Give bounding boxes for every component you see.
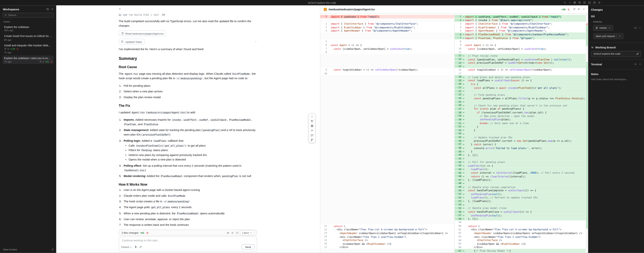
view-archive[interactable]: View Archive 0 <box>3 248 53 251</box>
drag-handle-icon[interactable] <box>310 115 313 118</box>
code-text: const toggleSidebar = () => setSidebarOp… <box>465 68 588 71</box>
plus-icon[interactable] <box>51 8 53 10</box>
layout-left-icon[interactable] <box>583 1 586 4</box>
latest-selector[interactable]: Latest <box>240 230 254 235</box>
diff-line <box>320 220 454 224</box>
plus-icon[interactable] <box>634 63 637 66</box>
working-branch-input[interactable]: vk/3ccf-explore-the-code <box>591 51 641 57</box>
diff-line: 38+ console.error('Failed to load plans:… <box>455 146 588 150</box>
grid-icon[interactable] <box>310 124 313 127</box>
code-text: }, [loadPlans]); <box>465 200 588 202</box>
diff-line: 15 <ChatInterface /> <box>320 238 454 242</box>
tool-call[interactable]: Updated Todos <box>119 39 144 44</box>
play-icon[interactable] <box>310 129 313 132</box>
line-number: 56 <box>455 210 463 213</box>
diff-line: 54+ <box>455 203 588 206</box>
diff-line: 1+import { useState, useEffect, useRef, … <box>455 15 588 18</box>
columns-icon[interactable] <box>578 1 581 4</box>
diff-marker: + <box>462 97 465 100</box>
branch-selector[interactable]: master <box>593 25 613 30</box>
tool-call[interactable]: npm run build 2>&1 | tail -80 <box>119 14 257 16</box>
code-text: console.error('Failed to load plans:', e… <box>465 146 588 149</box>
list-icon[interactable] <box>578 8 580 10</box>
files-changed-bar[interactable]: 2 files changed +61 -3 Latest <box>119 230 257 236</box>
line-number: 17 <box>455 72 463 74</box>
inline-code: useRef <box>199 118 208 121</box>
sidebar-section-label: Active <box>4 20 53 23</box>
line-number: 23 <box>455 93 463 96</box>
menu-icon[interactable] <box>598 1 600 4</box>
code-text: <div className="flex flex-1 overflow-hid… <box>331 235 454 238</box>
tool-call[interactable]: Read medusa/src/pages/Agent.tsx <box>119 30 166 36</box>
model-selector[interactable]: Default <box>121 246 132 248</box>
pause-icon[interactable] <box>563 1 566 4</box>
message-input[interactable]: Continue working on this task... <box>119 237 257 244</box>
list-item: 5.Modal rendering: Added the PlanReviewM… <box>119 174 257 178</box>
send-button[interactable]: Send <box>242 244 255 250</box>
refresh-icon[interactable] <box>573 8 575 10</box>
workspaces-sidebar: Workspaces Search... Active Explore the … <box>0 5 56 253</box>
diff-marker: + <box>462 136 465 138</box>
list-number: 6. <box>119 216 122 221</box>
line-number: 12 <box>320 228 328 231</box>
chevron-down-icon[interactable] <box>582 8 585 10</box>
tool-call-label: Updated Todos <box>125 40 142 43</box>
workspace-meta: 4+134-2 <box>4 48 52 50</box>
diff-marker: + <box>462 93 465 96</box>
layout-left-icon[interactable] <box>46 8 49 10</box>
diff-scrollbar[interactable] <box>586 14 588 253</box>
line-number: 21 <box>455 86 463 89</box>
paperclip-icon[interactable] <box>134 246 137 248</box>
code-text: const interval = setInterval(loadPlans, … <box>465 171 588 174</box>
search-input[interactable]: Search... <box>2 13 54 18</box>
layout-bottom-icon[interactable] <box>588 1 590 4</box>
line-number: 14 <box>320 235 328 238</box>
diff-line <box>320 61 454 64</box>
diff-line: 16 {sidebarOpen && <RightSidebar />} <box>320 242 454 245</box>
git-more-button[interactable] <box>638 26 641 29</box>
list-icon[interactable] <box>231 232 234 234</box>
deletions-count: -3 <box>146 231 148 234</box>
chevron-down-icon[interactable] <box>254 40 257 43</box>
diff-line: 50+ const handlePlanComplete = useCallba… <box>455 188 588 192</box>
diff-line: 9 const toggleSidebar = () => setSidebar… <box>320 68 454 72</box>
grid-icon[interactable] <box>573 1 576 4</box>
files-bar-actions <box>226 232 238 234</box>
chevron-up-icon[interactable] <box>568 1 571 4</box>
diff-line: 4import { AgentHeader } from "@/componen… <box>320 29 454 32</box>
diff-line <box>320 164 454 168</box>
working-branch-header[interactable]: Working Branch <box>588 44 644 50</box>
git-section-header[interactable]: Git <box>588 14 644 19</box>
copy-icon[interactable] <box>310 120 313 122</box>
line-number: 26 <box>455 104 463 106</box>
terminal-section-header[interactable]: Terminal <box>588 62 644 67</box>
diff-line <box>320 135 454 139</box>
line-number: 6 <box>320 44 328 46</box>
diff-line: 32+ } <box>455 125 588 128</box>
workspace-item[interactable]: Install and integrate Vibe Kanban Web...… <box>2 42 54 55</box>
eye-icon[interactable] <box>226 232 229 234</box>
diff-line: 6const Agent = () => { <box>320 43 454 47</box>
paragraph: The build completed successfully with no… <box>119 19 257 28</box>
notes-placeholder[interactable]: Add notes about this workspace... <box>588 77 644 82</box>
comment-icon[interactable] <box>310 134 313 137</box>
workspace-diff-stats: 4+134-2 <box>4 48 18 50</box>
chevron-down-icon[interactable] <box>638 63 641 66</box>
workspace-item[interactable]: Explore the codebase I want you to ex...… <box>2 55 54 64</box>
list-number: 1. <box>119 188 122 192</box>
diff-line: 63 <div className="flex flex-1 overflow-… <box>455 235 588 238</box>
workspace-item[interactable]: Create Good First Issues on Github So ..… <box>2 33 54 42</box>
branch-icon[interactable] <box>310 138 313 141</box>
diff-line: 14+ const previousPlanIdsRef = useRef<Se… <box>455 61 588 64</box>
sub-list: •Calls invoke<PlanItem[]>('get_all_plans… <box>125 144 257 162</box>
code-text: <div className="flex flex-1 overflow-hid… <box>465 235 588 238</box>
workspace-item[interactable]: Explore the codebase35m ago <box>2 24 54 33</box>
open-pull-request-button[interactable]: Open pull request <box>593 33 624 39</box>
working-branch-label: Working Branch <box>595 46 616 48</box>
pencil-icon[interactable] <box>139 246 142 248</box>
undo-icon[interactable] <box>236 232 238 234</box>
edit-branch-icon[interactable] <box>636 52 638 55</box>
layout-right-icon[interactable] <box>593 1 596 4</box>
notes-section-header[interactable]: Notes <box>588 72 644 77</box>
file-icon <box>121 32 124 35</box>
